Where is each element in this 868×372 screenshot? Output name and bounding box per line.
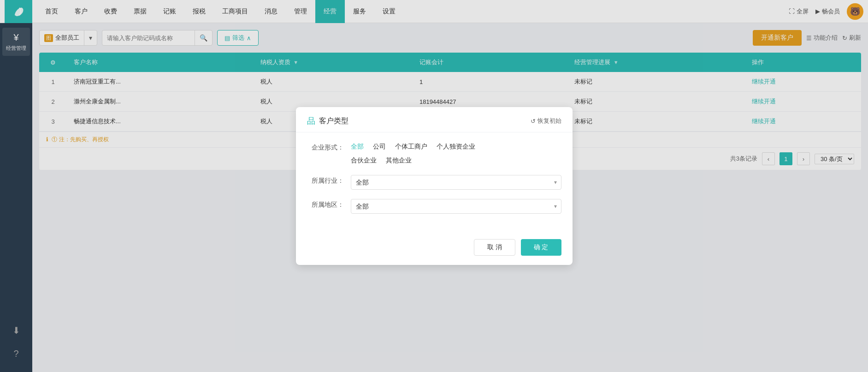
industry-row: 所属行业： 全部 制造业 零售业 服务业 建筑业 ▾ <box>307 175 561 190</box>
industry-select-wrap: 全部 制造业 零售业 服务业 建筑业 ▾ <box>351 175 561 190</box>
modal-header: 品 客户类型 ↺ 恢复初始 <box>296 107 573 132</box>
cancel-button[interactable]: 取 消 <box>474 239 515 256</box>
confirm-button[interactable]: 确 定 <box>521 239 561 256</box>
modal-footer: 取 消 确 定 <box>296 232 573 265</box>
enterprise-form-row: 企业形式： 全部 公司 个体工商户 个人独资企业 合伙企业 其他企业 <box>307 142 561 166</box>
modal-title: 品 客户类型 <box>307 115 348 126</box>
region-select-wrap: 全部 北京 上海 广州 深圳 ▾ <box>351 199 561 214</box>
enterprise-form-label: 企业形式： <box>307 142 344 152</box>
modal-title-icon: 品 <box>307 115 315 126</box>
type-all[interactable]: 全部 <box>351 142 364 152</box>
type-other[interactable]: 其他企业 <box>386 156 412 166</box>
region-label: 所属地区： <box>307 199 344 209</box>
region-row: 所属地区： 全部 北京 上海 广州 深圳 ▾ <box>307 199 561 214</box>
type-company[interactable]: 公司 <box>373 142 386 152</box>
restore-button[interactable]: ↺ 恢复初始 <box>531 117 561 125</box>
region-select[interactable]: 全部 北京 上海 广州 深圳 <box>351 199 561 214</box>
enterprise-types-group: 全部 公司 个体工商户 个人独资企业 合伙企业 其他企业 <box>351 142 561 166</box>
type-individual[interactable]: 个体工商户 <box>395 142 427 152</box>
type-partnership[interactable]: 合伙企业 <box>351 156 377 166</box>
type-sole[interactable]: 个人独资企业 <box>437 142 475 152</box>
enterprise-types: 全部 公司 个体工商户 个人独资企业 <box>351 142 561 152</box>
restore-icon: ↺ <box>531 118 536 125</box>
enterprise-types-row2: 合伙企业 其他企业 <box>351 156 561 166</box>
industry-select[interactable]: 全部 制造业 零售业 服务业 建筑业 <box>351 175 561 190</box>
modal-body: 企业形式： 全部 公司 个体工商户 个人独资企业 合伙企业 其他企业 所属行业： <box>296 132 573 232</box>
region-select-container: 全部 北京 上海 广州 深圳 ▾ <box>351 199 561 214</box>
industry-select-container: 全部 制造业 零售业 服务业 建筑业 ▾ <box>351 175 561 190</box>
filter-modal: 品 客户类型 ↺ 恢复初始 企业形式： 全部 公司 个体工商户 个人独资企业 合… <box>296 107 573 265</box>
industry-label: 所属行业： <box>307 175 344 185</box>
